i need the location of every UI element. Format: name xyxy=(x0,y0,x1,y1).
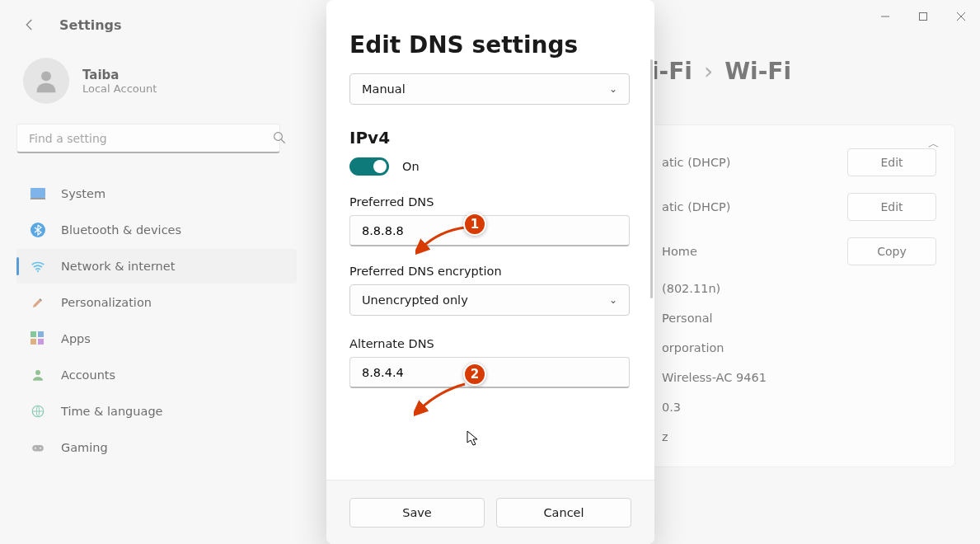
svg-rect-1 xyxy=(920,13,927,21)
search-icon xyxy=(272,130,287,148)
avatar xyxy=(23,58,69,104)
sidebar-item-label: Apps xyxy=(61,332,91,345)
preferred-dns-label: Preferred DNS xyxy=(349,195,631,209)
user-block[interactable]: Taiba Local Account xyxy=(16,58,297,104)
user-subtitle: Local Account xyxy=(82,82,157,95)
minimize-button[interactable] xyxy=(866,0,904,33)
sidebar-item-label: System xyxy=(61,187,106,200)
search-input[interactable] xyxy=(16,124,280,153)
copy-button[interactable]: Copy xyxy=(847,237,936,265)
sidebar-item-apps[interactable]: Apps xyxy=(16,321,297,356)
svg-point-15 xyxy=(35,370,40,375)
sidebar-item-label: Personalization xyxy=(61,296,152,309)
close-button[interactable] xyxy=(942,0,980,33)
sidebar-item-label: Network & internet xyxy=(61,260,175,273)
cancel-button[interactable]: Cancel xyxy=(496,498,631,528)
svg-point-19 xyxy=(40,448,41,449)
sidebar-item-network[interactable]: Network & internet xyxy=(16,249,297,284)
svg-rect-14 xyxy=(38,339,44,345)
sidebar-item-system[interactable]: System xyxy=(16,176,297,211)
accounts-icon xyxy=(30,367,46,383)
svg-line-6 xyxy=(281,139,285,143)
sidebar-item-time[interactable]: Time & language xyxy=(16,394,297,429)
svg-rect-11 xyxy=(30,331,36,337)
bluetooth-icon xyxy=(30,222,46,238)
user-name: Taiba xyxy=(82,68,157,82)
svg-rect-17 xyxy=(32,445,44,452)
sidebar-item-bluetooth[interactable]: Bluetooth & devices xyxy=(16,213,297,247)
svg-rect-13 xyxy=(30,339,36,345)
system-icon xyxy=(30,185,46,202)
scrollbar[interactable] xyxy=(650,59,653,298)
back-button[interactable] xyxy=(20,15,40,35)
annotation-badge-1: 1 xyxy=(463,213,486,236)
chevron-down-icon: ⌄ xyxy=(609,294,617,306)
annotation-badge-2: 2 xyxy=(463,363,486,386)
sidebar-item-accounts[interactable]: Accounts xyxy=(16,358,297,392)
svg-rect-12 xyxy=(38,331,44,337)
sidebar-item-personalization[interactable]: Personalization xyxy=(16,285,297,320)
annotation-arrow-2 xyxy=(414,381,473,417)
sidebar-item-label: Bluetooth & devices xyxy=(61,223,181,237)
sidebar-item-label: Time & language xyxy=(61,405,163,418)
edit-button[interactable]: Edit xyxy=(847,148,936,176)
alternate-dns-input[interactable] xyxy=(349,357,630,388)
sidebar-item-label: Gaming xyxy=(61,441,108,454)
chevron-up-icon[interactable]: ︿ xyxy=(928,137,940,152)
wifi-icon xyxy=(30,258,46,274)
preferred-encryption-label: Preferred DNS encryption xyxy=(349,265,631,278)
preferred-encryption-select[interactable]: Unencrypted only ⌄ xyxy=(349,284,630,316)
dialog-title: Edit DNS settings xyxy=(349,31,631,59)
preferred-dns-input[interactable] xyxy=(349,215,630,246)
save-button[interactable]: Save xyxy=(349,498,485,528)
wifi-details-card: ︿ atic (DHCP)Edit atic (DHCP)Edit HomeCo… xyxy=(643,124,955,467)
dns-mode-select[interactable]: Manual ⌄ xyxy=(349,73,630,105)
apps-icon xyxy=(30,331,46,347)
edit-button[interactable]: Edit xyxy=(847,193,936,221)
svg-rect-7 xyxy=(30,188,45,198)
gaming-icon xyxy=(30,439,46,456)
cursor-icon xyxy=(467,430,480,450)
brush-icon xyxy=(30,294,46,311)
toggle-label: On xyxy=(402,160,420,173)
globe-icon xyxy=(30,403,46,420)
svg-rect-8 xyxy=(30,198,45,199)
sidebar-item-gaming[interactable]: Gaming xyxy=(16,430,297,465)
maximize-button[interactable] xyxy=(904,0,942,33)
chevron-down-icon: ⌄ xyxy=(609,83,617,95)
ipv4-heading: IPv4 xyxy=(349,128,631,148)
sidebar-item-label: Accounts xyxy=(61,368,115,382)
svg-point-18 xyxy=(35,448,36,449)
svg-point-10 xyxy=(37,270,39,272)
svg-point-5 xyxy=(274,133,283,141)
ipv4-toggle[interactable] xyxy=(349,157,389,176)
edit-dns-dialog: Edit DNS settings Manual ⌄ IPv4 On Prefe… xyxy=(326,0,654,544)
svg-point-4 xyxy=(41,71,51,81)
alternate-dns-label: Alternate DNS xyxy=(349,337,631,350)
app-title: Settings xyxy=(59,17,122,33)
